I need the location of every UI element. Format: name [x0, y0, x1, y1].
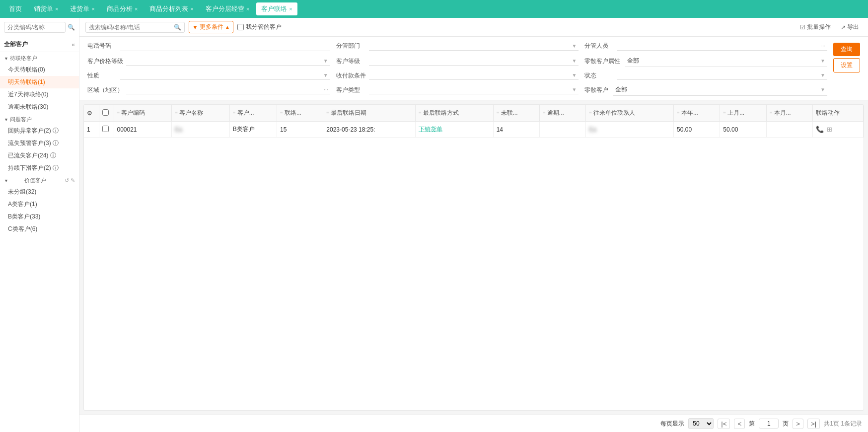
page-size-select[interactable]: 50 100 [688, 418, 714, 429]
my-customers-checkbox[interactable] [237, 24, 244, 30]
filter-region-label: 区域（地区） [87, 86, 123, 94]
nav-sales-close[interactable]: × [55, 6, 58, 12]
filter-dept-select[interactable]: ▼ [369, 42, 579, 51]
nav-goods-analysis-list-close[interactable]: × [190, 6, 193, 12]
sidebar-all-customers[interactable]: 全部客户 « [0, 37, 79, 52]
col-actions: 联络动作 [812, 105, 863, 122]
action-qrcode-icon[interactable]: ⊞ [827, 126, 832, 133]
export-button[interactable]: ↗ 导出 [838, 21, 862, 33]
main-layout: 🔍 全部客户 « 待联络客户 今天待联络(0) 明天待联络(1) 近7天待联络(… [0, 18, 868, 432]
nav-customer-tier-close[interactable]: × [246, 6, 249, 12]
more-filter-button[interactable]: ▼ 更多条件 ▲ [189, 21, 233, 33]
filter-scatter-customer-select[interactable]: 全部 ▼ [613, 84, 827, 96]
sidebar-item-type-b[interactable]: B类客户(33) [0, 211, 79, 223]
dept-chevron-icon: ▼ [572, 43, 577, 49]
col-code: ≡客户编码 [114, 105, 172, 122]
filter-person-select[interactable]: ··· [617, 42, 827, 51]
filter-price-level: 客户价格等级 ▼ [87, 57, 330, 66]
last-page-button[interactable]: >| [807, 419, 820, 429]
row-checkbox[interactable] [102, 126, 109, 132]
filter-row-2: 客户价格等级 ▼ 客户等级 ▼ [87, 55, 827, 67]
next-page-button[interactable]: > [793, 419, 803, 429]
search-icon[interactable]: 🔍 [174, 24, 181, 31]
nav-goods-analysis[interactable]: 商品分析 × [102, 2, 143, 15]
query-button[interactable]: 查询 [833, 43, 860, 56]
price-level-chevron-icon: ▼ [323, 58, 328, 64]
region-more-icon: ··· [324, 87, 328, 92]
sidebar-item-lost[interactable]: 已流失客户(24) ⓘ [0, 149, 79, 162]
chevron-up-icon: ▲ [225, 24, 230, 30]
sidebar-item-overdue[interactable]: 逾期未联络(30) [0, 101, 79, 113]
select-all-checkbox[interactable] [102, 109, 109, 116]
filter-status-select[interactable]: ▼ [617, 71, 827, 80]
filter-icon: ▼ [192, 24, 198, 31]
setup-button[interactable]: 设置 [833, 58, 860, 72]
filter-phone-label: 电话号码 [87, 42, 117, 50]
nav-purchase-close[interactable]: × [91, 6, 94, 12]
sidebar-item-loss-warning[interactable]: 流失预警客户(3) ⓘ [0, 137, 79, 149]
sidebar-item-type-c[interactable]: C类客户(6) [0, 223, 79, 235]
sidebar-search-icon[interactable]: 🔍 [68, 24, 75, 31]
customer-table: ⚙ ≡客户编码 ≡客户名称 ≡客户... ≡联络... ≡最后联络日期 ≡最后联… [84, 105, 864, 138]
filter-payment-terms-select[interactable]: ▼ [369, 71, 579, 80]
nav-customer-contact-close[interactable]: × [289, 6, 292, 12]
nav-customer-contact[interactable]: 客户联络 × [256, 2, 297, 15]
sidebar: 🔍 全部客户 « 待联络客户 今天待联络(0) 明天待联络(1) 近7天待联络(… [0, 18, 79, 432]
sidebar-group-problem[interactable]: 问题客户 [0, 113, 79, 125]
filter-phone-input[interactable] [120, 41, 330, 51]
search-input[interactable] [89, 24, 174, 31]
col-last-month: ≡上月... [720, 105, 766, 122]
filter-payment-terms-label: 收付款条件 [336, 72, 366, 80]
filter-phone: 电话号码 [87, 41, 330, 51]
filter-region-select[interactable]: ··· [126, 85, 330, 94]
sidebar-group-value[interactable]: 价值客户 ↺ ✎ [0, 174, 79, 186]
person-more-icon: ··· [821, 43, 825, 49]
search-input-wrap: 🔍 [85, 22, 185, 33]
filter-status-label: 状态 [584, 72, 614, 80]
nav-home[interactable]: 首页 [4, 2, 27, 15]
col-settings[interactable]: ⚙ [84, 105, 99, 122]
table-area: ⚙ ≡客户编码 ≡客户名称 ≡客户... ≡联络... ≡最后联络日期 ≡最后联… [83, 104, 864, 411]
nav-goods-analysis-close[interactable]: × [135, 6, 138, 12]
first-page-button[interactable]: |< [718, 419, 730, 429]
sidebar-group-pending[interactable]: 待联络客户 [0, 52, 79, 64]
filter-customer-level: 客户等级 ▼ [336, 57, 579, 66]
pagination: 每页显示 50 100 |< < 第 页 > >| 共1页 1条记录 [79, 415, 868, 432]
toolbar-right: ☑ 批量操作 ↗ 导出 [797, 21, 862, 33]
sidebar-search-area: 🔍 [0, 18, 79, 37]
page-number-input[interactable] [759, 419, 779, 429]
sidebar-collapse-icon[interactable]: « [72, 41, 75, 48]
prev-page-button[interactable]: < [734, 419, 745, 429]
filter-scatter-attr-select[interactable]: 全部 ▼ [625, 55, 827, 67]
nav-purchase[interactable]: 进货单 × [65, 2, 99, 15]
sidebar-item-ungrouped[interactable]: 未分组(32) [0, 186, 79, 198]
nav-goods-analysis-list[interactable]: 商品分析列表 × [145, 2, 198, 15]
filter-row-1: 电话号码 分管部门 ▼ 分管人员 [87, 41, 827, 51]
sidebar-item-abnormal[interactable]: 回购异常客户(2) ⓘ [0, 125, 79, 137]
filter-scatter-attr-label: 零散客户属性 [584, 57, 620, 66]
payment-terms-chevron-icon: ▼ [572, 72, 577, 78]
filter-customer-level-select[interactable]: ▼ [369, 57, 579, 66]
batch-operation-button[interactable]: ☑ 批量操作 [797, 21, 834, 33]
action-phone-icon[interactable]: 📞 [816, 126, 824, 133]
col-last-contact-date: ≡最后联络日期 [323, 105, 416, 122]
col-uncontacted: ≡未联... [493, 105, 539, 122]
col-checkbox[interactable] [99, 105, 114, 122]
sidebar-item-declining[interactable]: 持续下滑客户(2) ⓘ [0, 162, 79, 174]
sidebar-item-week[interactable]: 近7天待联络(0) [0, 88, 79, 101]
nav-sales[interactable]: 销货单 × [29, 2, 63, 15]
total-records-label: 共1页 1条记录 [824, 420, 862, 428]
filter-scatter-customer: 零散客户 全部 ▼ [584, 84, 827, 96]
sidebar-search-input[interactable] [4, 22, 66, 33]
filter-customer-type-select[interactable]: ▼ [369, 85, 579, 94]
sidebar-item-type-a[interactable]: A类客户(1) [0, 198, 79, 211]
sidebar-item-today[interactable]: 今天待联络(0) [0, 64, 79, 76]
filter-price-level-select[interactable]: ▼ [126, 57, 330, 66]
my-customers-checkbox-label[interactable]: 我分管的客户 [237, 23, 282, 31]
col-contact-count: ≡联络... [277, 105, 323, 122]
nav-customer-tier[interactable]: 客户分层经营 × [201, 2, 254, 15]
sidebar-item-tomorrow[interactable]: 明天待联络(1) [0, 76, 79, 88]
filter-dept: 分管部门 ▼ [336, 42, 579, 51]
filter-customer-type: 客户类型 ▼ [336, 85, 579, 94]
filter-nature-select[interactable]: ▼ [120, 71, 330, 80]
